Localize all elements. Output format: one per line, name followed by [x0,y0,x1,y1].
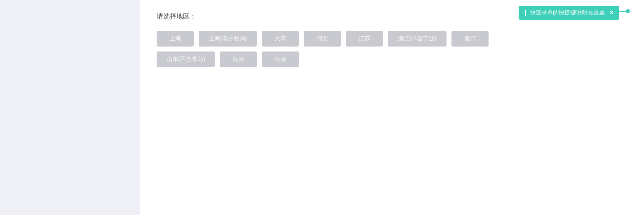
region-button-zhejiang[interactable]: 浙江(不含宁波) [388,31,446,47]
main-content: 请选择地区： 上海上海(电子税局)天津河北江苏浙江(不含宁波)厦门 山东(不含青… [140,0,644,215]
region-button-tianjin[interactable]: 天津 [262,31,299,47]
region-row-2: 山东(不含青岛)海南云南 [157,51,628,67]
region-button-hainan[interactable]: 海南 [220,51,257,67]
tooltip-text: 快速录单的快捷键说明在这里 [530,9,605,16]
tooltip-close-button[interactable]: × [610,9,613,16]
tooltip-connector-dot [626,9,630,13]
region-row-1: 上海上海(电子税局)天津河北江苏浙江(不含宁波)厦门 [157,31,628,47]
region-button-shanghai-etax[interactable]: 上海(电子税局) [199,31,257,47]
region-button-hebei[interactable]: 河北 [304,31,341,47]
tooltip-banner: 快速录单的快捷键说明在这里 × [519,6,619,20]
region-button-jiangsu[interactable]: 江苏 [346,31,383,47]
region-button-shanghai[interactable]: 上海 [157,31,194,47]
region-button-shandong[interactable]: 山东(不含青岛) [157,51,215,67]
region-button-yunnan[interactable]: 云南 [262,51,299,67]
left-sidebar [0,0,140,215]
tooltip-connector-line [618,11,626,12]
region-button-xiamen[interactable]: 厦门 [451,31,489,47]
